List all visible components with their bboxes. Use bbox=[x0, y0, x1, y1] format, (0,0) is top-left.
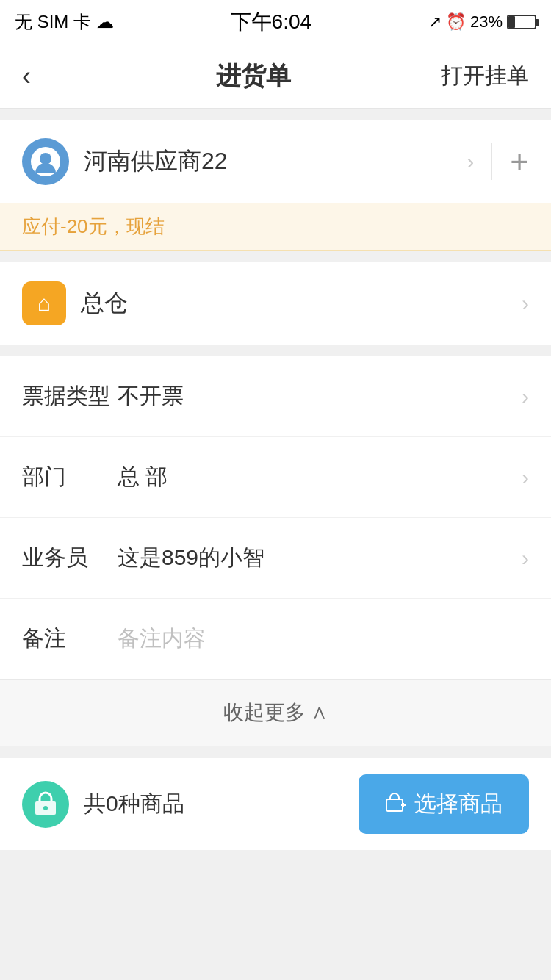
status-bar: 无 SIM 卡 ☁ 下午6:04 ↗ ⏰ 23% bbox=[0, 0, 551, 44]
svg-point-0 bbox=[40, 153, 51, 165]
back-button[interactable]: ‹ bbox=[22, 61, 66, 92]
battery-bar bbox=[507, 15, 536, 29]
department-label: 部门 bbox=[22, 462, 118, 492]
warehouse-chevron-icon: › bbox=[522, 291, 529, 316]
invoice-chevron-icon: › bbox=[522, 384, 529, 409]
remark-label: 备注 bbox=[22, 624, 118, 654]
status-left: 无 SIM 卡 ☁ bbox=[15, 10, 114, 34]
supplier-row[interactable]: 河南供应商22 › + bbox=[0, 120, 551, 203]
salesperson-label: 业务员 bbox=[22, 543, 118, 573]
svg-rect-3 bbox=[386, 799, 403, 811]
warehouse-card: ⌂ 总仓 › bbox=[0, 262, 551, 345]
warehouse-name: 总仓 bbox=[81, 287, 522, 320]
alarm-icon: ⏰ bbox=[446, 12, 466, 32]
battery-icon: ↗ bbox=[428, 12, 442, 32]
warehouse-row[interactable]: ⌂ 总仓 › bbox=[0, 262, 551, 345]
salesperson-value: 这是859的小智 bbox=[118, 543, 522, 573]
vertical-divider bbox=[491, 143, 492, 180]
nav-bar: ‹ 进货单 打开挂单 bbox=[0, 44, 551, 109]
signal-text: 无 SIM 卡 ☁ bbox=[15, 10, 114, 34]
form-section: 票据类型 不开票 › 部门 总 部 › 业务员 这是859的小智 › 备注 备注… bbox=[0, 356, 551, 679]
status-right: ↗ ⏰ 23% bbox=[428, 12, 536, 32]
select-goods-icon bbox=[385, 793, 407, 815]
battery-percent: 23% bbox=[470, 12, 503, 32]
supplier-name: 河南供应商22 bbox=[84, 145, 467, 178]
page-background bbox=[0, 850, 551, 980]
goods-icon bbox=[22, 781, 69, 828]
add-supplier-button[interactable]: + bbox=[510, 145, 529, 178]
section-gap-1 bbox=[0, 109, 551, 120]
warehouse-icon: ⌂ bbox=[22, 281, 66, 325]
goods-bar: 共0种商品 选择商品 bbox=[0, 758, 551, 850]
form-row-invoice[interactable]: 票据类型 不开票 › bbox=[0, 356, 551, 437]
section-gap-2 bbox=[0, 251, 551, 262]
notice-bar: 应付-20元，现结 bbox=[0, 203, 551, 251]
open-pending-button[interactable]: 打开挂单 bbox=[441, 61, 529, 91]
section-gap-4 bbox=[0, 746, 551, 758]
supplier-avatar bbox=[22, 138, 69, 185]
invoice-label: 票据类型 bbox=[22, 381, 118, 411]
supplier-chevron-icon: › bbox=[467, 149, 474, 174]
salesperson-chevron-icon: › bbox=[522, 546, 529, 571]
invoice-value: 不开票 bbox=[118, 381, 522, 411]
avatar-icon bbox=[31, 147, 60, 176]
department-chevron-icon: › bbox=[522, 465, 529, 490]
select-goods-label: 选择商品 bbox=[414, 789, 503, 819]
select-goods-button[interactable]: 选择商品 bbox=[359, 774, 529, 834]
page-title: 进货单 bbox=[216, 60, 291, 93]
status-time: 下午6:04 bbox=[231, 8, 312, 36]
remark-placeholder: 备注内容 bbox=[118, 624, 529, 654]
svg-point-2 bbox=[43, 806, 48, 810]
collapse-bar[interactable]: 收起更多 ∧ bbox=[0, 679, 551, 746]
form-row-salesperson[interactable]: 业务员 这是859的小智 › bbox=[0, 518, 551, 599]
department-value: 总 部 bbox=[118, 462, 522, 492]
section-gap-3 bbox=[0, 345, 551, 356]
supplier-card: 河南供应商22 › + 应付-20元，现结 bbox=[0, 120, 551, 251]
form-row-department[interactable]: 部门 总 部 › bbox=[0, 437, 551, 518]
goods-count: 共0种商品 bbox=[84, 789, 359, 819]
form-row-remark[interactable]: 备注 备注内容 bbox=[0, 599, 551, 679]
house-glyph-icon: ⌂ bbox=[37, 291, 51, 316]
